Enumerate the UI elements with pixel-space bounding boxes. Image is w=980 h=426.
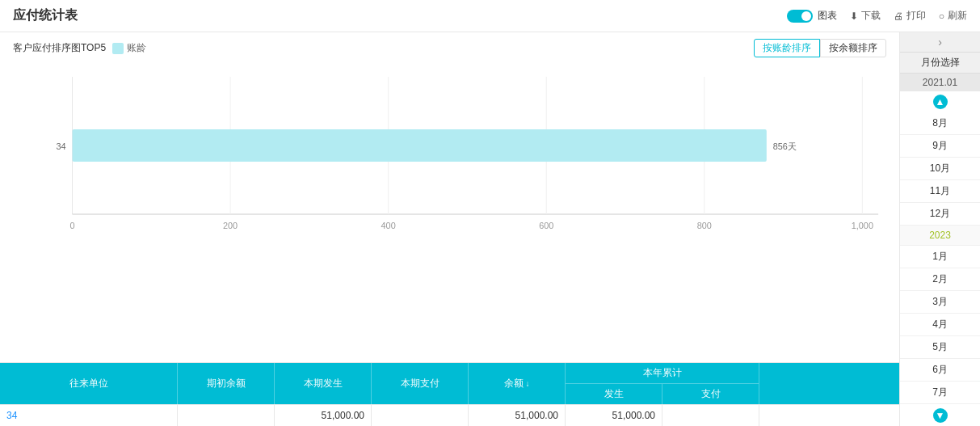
th-yearly-pay: 支付 — [662, 384, 759, 404]
svg-rect-14 — [73, 129, 767, 162]
header-actions: 图表 ⬇ 下载 🖨 打印 ○ 刷新 — [787, 9, 967, 23]
td-unit: 34 — [0, 405, 178, 426]
sidebar-month-6[interactable]: 6月 — [900, 359, 980, 382]
th-period: 期初余额 — [178, 363, 275, 404]
chevron-down-icon[interactable]: ▼ — [933, 408, 948, 423]
td-period — [178, 405, 275, 426]
th-unit: 往来单位 — [0, 363, 178, 404]
sort-buttons: 按账龄排序 按余额排序 — [754, 39, 886, 57]
svg-text:200: 200 — [223, 221, 238, 230]
th-yearly-group: 本年累计 发生 支付 — [566, 363, 759, 404]
download-label: 下载 — [861, 9, 881, 23]
th-yearly-subs: 发生 支付 — [566, 384, 759, 404]
sidebar-month-9[interactable]: 9月 — [900, 135, 980, 158]
svg-text:400: 400 — [381, 221, 396, 230]
svg-text:1,000: 1,000 — [852, 221, 873, 230]
balance-sort-icon[interactable]: ↓ — [526, 379, 530, 388]
download-button[interactable]: ⬇ 下载 — [850, 9, 881, 23]
legend-text: 客户应付排序图TOP5 — [13, 41, 106, 55]
svg-text:600: 600 — [539, 221, 553, 230]
chevron-up-icon[interactable]: ▲ — [933, 95, 948, 109]
td-pay — [372, 405, 469, 426]
sidebar-month-7[interactable]: 7月 — [900, 382, 980, 404]
td-balance: 51,000.00 — [469, 405, 566, 426]
sidebar-month-2[interactable]: 2月 — [900, 268, 980, 291]
svg-text:800: 800 — [697, 221, 712, 230]
sidebar-month-1[interactable]: 1月 — [900, 246, 980, 268]
refresh-button[interactable]: ○ 刷新 — [939, 9, 967, 23]
td-yearly-pay — [662, 405, 759, 426]
print-label: 打印 — [906, 9, 926, 23]
toggle-label: 图表 — [818, 9, 837, 23]
sidebar-year-2023[interactable]: 2023 — [900, 226, 980, 246]
legend-dot — [112, 43, 124, 54]
svg-text:856天: 856天 — [773, 141, 797, 151]
print-button[interactable]: 🖨 打印 — [894, 9, 926, 23]
sort-by-amount-button[interactable]: 按余额排序 — [820, 39, 886, 57]
th-occur: 本期发生 — [275, 363, 372, 404]
sidebar-month-8[interactable]: 8月 — [900, 112, 980, 135]
legend-item-label: 账龄 — [127, 41, 146, 55]
sidebar-nav-down[interactable]: ▼ — [900, 405, 980, 426]
chart-toggle-wrap[interactable]: 图表 — [787, 9, 837, 23]
sidebar-month-5[interactable]: 5月 — [900, 336, 980, 359]
refresh-label: 刷新 — [948, 9, 967, 23]
sidebar-current-date: 2021.01 — [900, 74, 980, 91]
print-icon: 🖨 — [894, 11, 903, 22]
sidebar-scroll[interactable]: 8月 9月 10月 11月 12月 2023 1月 2月 3月 4月 5月 6月… — [900, 112, 980, 405]
sidebar: › 月份选择 2021.01 ▲ 8月 9月 10月 11月 12月 2023 … — [899, 32, 980, 426]
th-yearly-occur: 发生 — [566, 384, 662, 404]
svg-text:34: 34 — [57, 141, 66, 151]
sidebar-month-4[interactable]: 4月 — [900, 314, 980, 336]
download-icon: ⬇ — [850, 11, 858, 22]
page-title: 应付统计表 — [13, 7, 78, 24]
sidebar-month-10[interactable]: 10月 — [900, 158, 980, 180]
chart-svg: 0 200 400 600 800 1,000 34 — [40, 69, 886, 247]
chart-legend: 客户应付排序图TOP5 账龄 — [13, 41, 146, 55]
sidebar-month-3[interactable]: 3月 — [900, 291, 980, 314]
th-pay: 本期支付 — [372, 363, 469, 404]
sidebar-header: 月份选择 — [900, 53, 980, 74]
td-yearly-occur: 51,000.00 — [566, 405, 662, 426]
th-balance: 余额 ↓ — [469, 363, 566, 404]
svg-text:0: 0 — [69, 221, 74, 230]
chart-toolbar: 客户应付排序图TOP5 账龄 按账龄排序 按余额排序 — [0, 32, 899, 61]
chart-container: 0 200 400 600 800 1,000 34 — [0, 61, 899, 362]
table-row: 34 51,000.00 51,000.00 51,000.00 — [0, 404, 899, 426]
table-section: 往来单位 期初余额 本期发生 本期支付 余额 ↓ 本年累计 发生 支付 — [0, 362, 899, 426]
refresh-icon: ○ — [939, 11, 944, 22]
th-yearly-title: 本年累计 — [566, 363, 759, 384]
legend-item: 账龄 — [112, 41, 146, 55]
chart-toggle[interactable] — [787, 10, 813, 23]
td-occur: 51,000.00 — [275, 405, 372, 426]
sidebar-collapse-button[interactable]: › — [900, 32, 980, 53]
sidebar-nav-up[interactable]: ▲ — [900, 91, 980, 112]
unit-link[interactable]: 34 — [6, 410, 17, 421]
table-header-row: 往来单位 期初余额 本期发生 本期支付 余额 ↓ 本年累计 发生 支付 — [0, 363, 899, 404]
sort-by-balance-button[interactable]: 按账龄排序 — [754, 39, 820, 57]
sidebar-month-12[interactable]: 12月 — [900, 203, 980, 226]
sidebar-month-11[interactable]: 11月 — [900, 180, 980, 203]
